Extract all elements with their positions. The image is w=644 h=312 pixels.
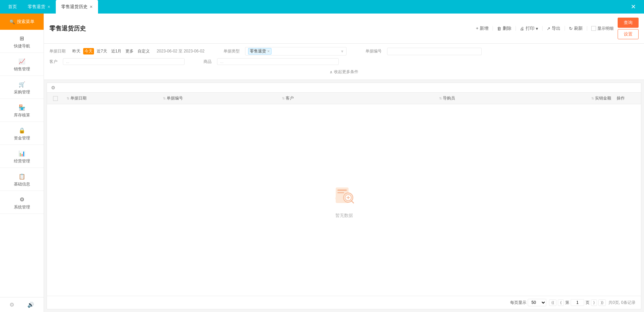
- finance-icon: 🔒: [18, 127, 26, 134]
- th-guide-label: 导购员: [443, 95, 455, 101]
- tab-retail-return-history-close[interactable]: ✕: [90, 5, 93, 9]
- sidebar-item-label: 资金管理: [14, 135, 30, 141]
- refresh-icon: ↻: [569, 26, 573, 31]
- page-last-button[interactable]: ⟩⟩: [598, 299, 606, 306]
- date-opt-today[interactable]: 今天: [83, 48, 94, 54]
- delete-button[interactable]: 🗑 删除: [497, 25, 511, 31]
- page-label: 第: [565, 300, 569, 306]
- collapse-button[interactable]: ∧ 收起更多条件: [326, 68, 362, 76]
- window-close-button[interactable]: ✕: [628, 2, 639, 12]
- sidebar-item-inventory[interactable]: 🏪 库存核算: [0, 99, 44, 122]
- date-opt-more[interactable]: 更多: [124, 48, 135, 54]
- sidebar-item-quick-nav[interactable]: ⊞ 快捷导航: [0, 30, 44, 53]
- empty-state: 暂无数据: [47, 104, 641, 296]
- th-check: [47, 96, 64, 101]
- tab-retail-return-history-label: 零售退货历史: [61, 4, 88, 10]
- date-opt-7days[interactable]: 近7天: [95, 48, 109, 54]
- select-all-checkbox[interactable]: [53, 96, 58, 101]
- th-num-label: 单据编号: [167, 95, 183, 101]
- tab-retail-return-history[interactable]: 零售退货历史 ✕: [56, 0, 98, 14]
- sales-mgmt-icon: 📈: [18, 58, 26, 65]
- sort-icon: ⇅: [591, 96, 594, 100]
- sidebar-item-finance[interactable]: 🔒 资金管理: [0, 122, 44, 145]
- sidebar-item-label: 快捷导航: [14, 43, 30, 49]
- sidebar: 🔍 搜索菜单 ⊞ 快捷导航 📈 销售管理 🛒 采购管理 🏪 库存核算 🔒: [0, 14, 44, 312]
- tab-retail-return-label: 零售退货: [28, 4, 45, 10]
- print-dropdown-icon: ▾: [536, 26, 538, 31]
- svg-rect-3: [337, 192, 344, 193]
- page-title: 零售退货历史: [49, 24, 86, 37]
- divider-4: [565, 26, 565, 31]
- date-opt-1month[interactable]: 近1月: [110, 48, 123, 54]
- sidebar-item-system-mgmt[interactable]: ⚙ 系统管理: [0, 191, 44, 214]
- sort-icon: ⇅: [163, 96, 166, 100]
- page-size-selector: 每页显示 50 10 20 100: [510, 299, 546, 306]
- page-first-button[interactable]: ⟨⟨: [549, 299, 556, 306]
- th-amount[interactable]: ⇅ 实销金额: [533, 95, 614, 101]
- doc-num-label: 单据编号: [365, 48, 382, 54]
- tab-home[interactable]: 首页: [3, 0, 22, 14]
- table-settings-icon[interactable]: ⚙: [51, 85, 55, 90]
- new-label: + 新增: [476, 25, 488, 31]
- new-button[interactable]: + 新增: [476, 25, 488, 31]
- setting-button[interactable]: 设置: [618, 29, 639, 39]
- filter-row-2: 客户 ... 商品 ...: [49, 58, 639, 65]
- th-num[interactable]: ⇅ 单据编号: [160, 95, 279, 101]
- page-number-input[interactable]: [571, 299, 584, 306]
- tab-retail-return[interactable]: 零售退货 ✕: [22, 0, 56, 14]
- table-header: ⇅ 单据日期 ⇅ 单据编号 ⇅ 客户 ⇅ 导购员 ⇅ 实销金额: [47, 93, 641, 104]
- page-total: 共0页, 0条记录: [609, 300, 636, 306]
- page-prev-button[interactable]: ⟨: [558, 299, 564, 306]
- filter-area: 单据日期 昨天 今天 近7天 近1月 更多 自定义 2023-06-02 至 2…: [44, 44, 644, 80]
- date-opt-custom[interactable]: 自定义: [136, 48, 151, 54]
- search-icon: 🔍: [9, 19, 15, 24]
- th-customer-label: 客户: [286, 95, 294, 101]
- show-detail-checkbox[interactable]: [591, 26, 596, 31]
- tab-retail-return-close[interactable]: ✕: [47, 5, 50, 9]
- divider-2: [516, 26, 516, 31]
- customer-input[interactable]: ...: [63, 58, 185, 65]
- goods-input[interactable]: ...: [217, 58, 339, 65]
- print-button[interactable]: 🖨 打印 ▾: [520, 25, 538, 31]
- date-options: 昨天 今天 近7天 近1月 更多 自定义: [71, 48, 151, 54]
- export-button[interactable]: ↗ 导出: [547, 25, 560, 31]
- sidebar-settings-button[interactable]: ⚙: [7, 300, 17, 309]
- inventory-icon: 🏪: [18, 104, 26, 111]
- sidebar-item-basic-info[interactable]: 📋 基础信息: [0, 168, 44, 191]
- sidebar-item-sales-mgmt[interactable]: 📈 销售管理: [0, 53, 44, 76]
- th-date[interactable]: ⇅ 单据日期: [64, 95, 160, 101]
- customer-placeholder: ...: [66, 59, 69, 64]
- doc-type-tag-close[interactable]: ✕: [267, 49, 270, 53]
- tab-list: 首页 零售退货 ✕ 零售退货历史 ✕: [3, 0, 628, 14]
- sidebar-volume-button[interactable]: 🔊: [25, 300, 37, 309]
- divider-3: [542, 26, 543, 31]
- doc-type-tag-value: 零售退货: [250, 48, 266, 54]
- th-guide[interactable]: ⇅ 导购员: [436, 95, 533, 101]
- sort-icon: ⇅: [67, 96, 69, 100]
- page-next-button[interactable]: ⟩: [591, 299, 597, 306]
- query-button[interactable]: 查询: [618, 18, 639, 28]
- page-nav: ⟨⟨ ⟨ 第 页 ⟩ ⟩⟩: [549, 299, 606, 306]
- delete-icon: 🗑: [497, 26, 501, 31]
- basic-info-icon: 📋: [18, 173, 26, 180]
- th-customer[interactable]: ⇅ 客户: [279, 95, 436, 101]
- pagination: 每页显示 50 10 20 100 ⟨⟨ ⟨ 第 页 ⟩ ⟩⟩: [47, 296, 641, 309]
- date-filter-label: 单据日期: [49, 48, 66, 54]
- sort-icon: ⇅: [439, 96, 442, 100]
- doc-type-label: 单据类型: [223, 48, 240, 54]
- sidebar-item-operations[interactable]: 📊 经营管理: [0, 145, 44, 168]
- content-header: 零售退货历史 + 新增 🗑 删除 🖨 打印 ▾ ↗: [44, 14, 644, 44]
- operations-icon: 📊: [18, 150, 26, 157]
- print-icon: 🖨: [520, 26, 524, 31]
- sidebar-item-label: 库存核算: [14, 112, 30, 118]
- top-bar-right: ✕: [628, 2, 644, 12]
- refresh-button[interactable]: ↻ 刷新: [569, 25, 583, 31]
- sidebar-search[interactable]: 🔍 搜索菜单: [0, 14, 44, 30]
- page-size-select[interactable]: 50 10 20 100: [528, 299, 546, 306]
- doc-num-input[interactable]: [387, 48, 482, 55]
- doc-type-input[interactable]: 零售退货 ✕ ▾: [245, 47, 347, 55]
- date-opt-yesterday[interactable]: 昨天: [71, 48, 82, 54]
- sidebar-item-label: 经营管理: [14, 158, 30, 164]
- sidebar-item-purchase-mgmt[interactable]: 🛒 采购管理: [0, 76, 44, 99]
- th-amount-label: 实销金额: [595, 95, 611, 101]
